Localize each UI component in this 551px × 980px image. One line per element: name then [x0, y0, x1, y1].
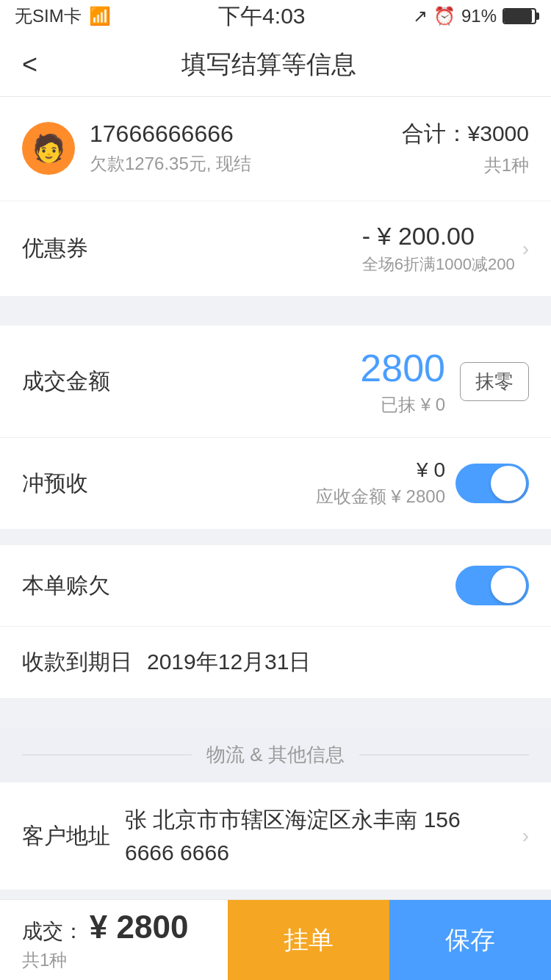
customer-section: 🧑 17666666666 欠款1276.35元, 现结 合计：¥3000 共1… — [0, 97, 551, 296]
pre-receive-sub: 应收金额 ¥ 2800 — [316, 485, 445, 508]
pre-receive-amount: ¥ 0 — [316, 458, 445, 482]
debt-toggle-knob — [491, 568, 526, 603]
page-title: 填写结算等信息 — [52, 48, 485, 82]
status-time: 下午4:03 — [218, 1, 305, 32]
avatar: 🧑 — [22, 122, 75, 175]
pre-receive-toggle[interactable] — [455, 464, 529, 503]
coupon-chevron-icon: › — [522, 237, 529, 261]
status-right: ↗ ⏰ 91% — [413, 6, 536, 26]
line-right — [359, 754, 529, 755]
location-icon: ↗ — [413, 6, 428, 26]
address-section: 客户地址 张 北京市市辖区海淀区永丰南 156 6666 6666 › — [0, 782, 551, 890]
divider-3 — [0, 713, 551, 727]
debt-toggle[interactable] — [455, 566, 529, 605]
coupon-discount: - ¥ 200.00 — [362, 222, 515, 251]
bottom-info: 成交： ¥ 2800 共1种 — [0, 909, 228, 972]
transaction-amount-row: 成交金额 2800 已抹 ¥ 0 抹零 — [0, 325, 551, 437]
address-chevron-icon: › — [522, 824, 529, 848]
logistics-divider: 物流 & 其他信息 — [0, 727, 551, 782]
pre-receive-label: 冲预收 — [22, 469, 88, 499]
address-label: 客户地址 — [22, 821, 110, 851]
toggle-knob — [491, 466, 526, 501]
debt-row: 本单赊欠 — [0, 545, 551, 626]
customer-count: 共1种 — [402, 154, 529, 177]
customer-phone: 17666666666 — [90, 120, 251, 148]
bottom-count: 共1种 — [22, 948, 206, 972]
address-value: 张 北京市市辖区海淀区永丰南 156 6666 6666 — [125, 803, 508, 869]
divider-2 — [0, 530, 551, 545]
logistics-text: 物流 & 其他信息 — [206, 742, 345, 768]
hang-button[interactable]: 挂单 — [228, 900, 389, 981]
line-left — [22, 754, 192, 755]
pre-receive-row: 冲预收 ¥ 0 应收金额 ¥ 2800 — [0, 437, 551, 529]
nav-bar: < 填写结算等信息 — [0, 32, 551, 97]
bottom-bar: 成交： ¥ 2800 共1种 挂单 保存 — [0, 899, 551, 980]
battery-icon — [503, 8, 536, 24]
customer-debt: 欠款1276.35元, 现结 — [90, 152, 251, 176]
status-bar: 无SIM卡 📶 下午4:03 ↗ ⏰ 91% — [0, 0, 551, 32]
debt-label: 本单赊欠 — [22, 571, 110, 601]
coupon-description: 全场6折满1000减200 — [362, 253, 515, 275]
status-left: 无SIM卡 📶 — [15, 4, 111, 28]
save-button[interactable]: 保存 — [389, 900, 551, 981]
divider-1 — [0, 311, 551, 325]
due-date-label: 收款到期日 — [22, 647, 132, 677]
alarm-icon: ⏰ — [433, 6, 455, 26]
due-date-value: 2019年12月31日 — [147, 647, 311, 677]
amount-section: 成交金额 2800 已抹 ¥ 0 抹零 冲预收 ¥ 0 应收金额 ¥ 2800 — [0, 325, 551, 529]
customer-total: 合计：¥3000 — [402, 119, 529, 149]
debt-section: 本单赊欠 收款到期日 2019年12月31日 — [0, 545, 551, 698]
back-button[interactable]: < — [22, 42, 52, 87]
due-date-row: 收款到期日 2019年12月31日 — [0, 626, 551, 698]
transaction-label: 成交： — [22, 920, 84, 943]
address-row[interactable]: 客户地址 张 北京市市辖区海淀区永丰南 156 6666 6666 › — [0, 782, 551, 890]
coupon-row[interactable]: 优惠券 - ¥ 200.00 全场6折满1000减200 › — [0, 201, 551, 296]
bottom-amount: ¥ 2800 — [90, 909, 189, 945]
coupon-label: 优惠券 — [22, 234, 88, 264]
round-button[interactable]: 抹零 — [460, 362, 529, 401]
wifi-icon: 📶 — [89, 6, 111, 26]
amount-label: 成交金额 — [22, 367, 110, 397]
amount-sub: 已抹 ¥ 0 — [360, 393, 445, 417]
customer-row: 🧑 17666666666 欠款1276.35元, 现结 合计：¥3000 共1… — [0, 97, 551, 199]
amount-value: 2800 — [360, 346, 445, 390]
battery-percent: 91% — [461, 6, 497, 26]
carrier-text: 无SIM卡 — [15, 4, 82, 28]
